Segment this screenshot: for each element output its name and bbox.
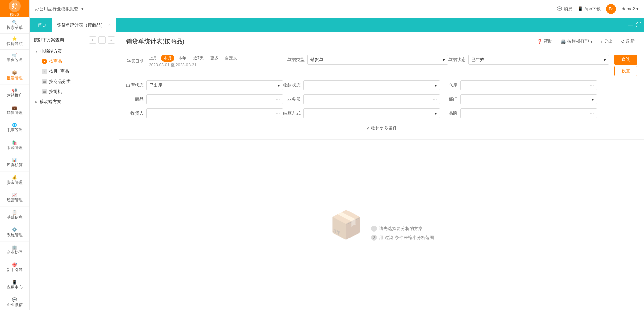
empty-hint-item-2: 2 用[过滤]条件来缩小分析范围 <box>371 235 434 241</box>
sidebar-item-basic[interactable]: 📋 基础信息 <box>0 207 29 224</box>
inventory-icon: 📊 <box>2 158 27 162</box>
right-panel: 销货单统计表(按商品) ❓ 帮助 🖨️ 按模板打印 ▾ ↑ 导出 <box>119 32 644 310</box>
quick-nav-icon: ⭐ <box>2 36 27 41</box>
out-status-select[interactable]: 已出库 ▾ <box>146 80 283 90</box>
user-avatar[interactable]: Ea <box>606 4 616 14</box>
scheme-pc-tree[interactable]: ▼ 电脑端方案 <box>30 46 119 56</box>
date-label: 单据日期 <box>126 58 146 64</box>
scheme-goods-label: 按商品 <box>49 58 62 64</box>
doc-status-value: 已生效 <box>471 57 484 63</box>
salesperson-input[interactable]: ··· <box>303 94 440 104</box>
scheme-item-by-driver[interactable]: ▦ 按司机 <box>39 87 119 97</box>
sidebar-item-enterprise[interactable]: 🏢 企业协同 <box>0 242 29 259</box>
doc-status-select[interactable]: 已生效 ▾ <box>468 55 609 65</box>
collect-status-select[interactable]: ▾ <box>303 80 440 90</box>
scheme-mobile-tree[interactable]: ▶ 移动端方案 <box>30 97 119 107</box>
header-industry[interactable]: 办公用品行业模拟账套 ▾ <box>35 6 84 12</box>
main-area: 办公用品行业模拟账套 ▾ 💬 消息 📱 App下载 Ea demo2 ▾ 首页 … <box>30 0 644 310</box>
warehouse-label: 仓库 <box>440 82 460 88</box>
sidebar-item-sales[interactable]: 💼 销售管理 <box>0 102 29 119</box>
scheme-item-month-goods[interactable]: ↕ 按月+商品 <box>39 66 119 76</box>
warehouse-dots: ··· <box>590 82 594 88</box>
tree-mobile-arrow: ▶ <box>35 100 38 104</box>
sidebar-search[interactable]: 🔍 搜索菜单 <box>0 17 29 34</box>
sidebar-item-apps[interactable]: 📱 应用中心 <box>0 276 29 294</box>
user-dropdown-icon: ▾ <box>636 6 639 11</box>
date-tab-7days[interactable]: 近7天 <box>191 55 206 62</box>
logo-icon: 好 <box>9 0 21 12</box>
app-download-button[interactable]: 📱 App下载 <box>578 6 601 12</box>
goods-input[interactable]: ··· <box>146 94 283 104</box>
message-icon: 💬 <box>557 6 562 11</box>
sidebar-item-retail[interactable]: 🛒 零售管理 <box>0 50 29 67</box>
out-status-arrow: ▾ <box>278 83 280 88</box>
export-button[interactable]: ↑ 导出 <box>598 37 616 46</box>
marketing-icon: 📢 <box>2 88 27 93</box>
goods-field: 商品 ··· <box>126 94 283 104</box>
scheme-category-label: 按商品分类 <box>49 79 71 85</box>
dept-select[interactable]: ▾ <box>460 94 597 104</box>
query-button[interactable]: 查询 <box>614 55 637 65</box>
tab-maximize-icon[interactable]: ⛶ <box>636 22 641 28</box>
tab-minimize-icon[interactable]: — <box>628 22 633 28</box>
doc-type-select[interactable]: 销货单 ▾ <box>307 55 448 65</box>
sidebar-item-purchase[interactable]: 🛍️ 采购管理 <box>0 137 29 154</box>
hint-num-1: 1 <box>371 226 377 232</box>
message-button[interactable]: 💬 消息 <box>557 6 572 12</box>
tab-home[interactable]: 首页 <box>32 18 52 32</box>
collapse-more-button[interactable]: ∧ 收起更多条件 <box>126 122 637 134</box>
goods-label: 商品 <box>126 96 146 102</box>
date-tab-current-year[interactable]: 本年 <box>176 55 189 62</box>
wholesale-icon: 📦 <box>2 70 27 75</box>
settings-button[interactable]: 设置 <box>614 66 637 76</box>
date-tab-current-month[interactable]: 本月 <box>161 55 174 62</box>
help-button[interactable]: ❓ 帮助 <box>534 37 555 46</box>
dept-arrow: ▾ <box>592 97 594 102</box>
sidebar-quick-nav[interactable]: ⭐ 快捷导航 <box>0 34 29 50</box>
out-status-label: 出库状态 <box>126 82 146 88</box>
purchase-icon: 🛍️ <box>2 140 27 145</box>
sidebar: 好 标账版 🔍 搜索菜单 ⭐ 快捷导航 🛒 零售管理 📦 批发管理 📢 营销推广… <box>0 0 30 310</box>
brand-input[interactable]: ··· <box>460 108 597 118</box>
sidebar-item-operations[interactable]: 📈 经营管理 <box>0 189 29 207</box>
date-tab-more[interactable]: 更多 <box>208 55 221 62</box>
user-name[interactable]: demo2 ▾ <box>622 6 639 11</box>
inventory-label: 库存核算 <box>2 162 27 168</box>
copy-scheme-button[interactable]: ⊙ <box>98 36 106 44</box>
sales-label: 销售管理 <box>2 110 27 116</box>
date-tab-prev-month[interactable]: 上月 <box>146 55 160 62</box>
app-download-label: App下载 <box>584 6 601 12</box>
receiver-label: 收货人 <box>126 110 146 116</box>
header-right: 💬 消息 📱 App下载 Ea demo2 ▾ <box>557 4 639 14</box>
receiver-input[interactable]: ··· <box>146 108 283 118</box>
retail-label: 零售管理 <box>2 58 27 63</box>
tab-active[interactable]: 销货单统计表（按商品） × <box>52 18 116 32</box>
download-icon: 📱 <box>578 6 583 11</box>
warehouse-input[interactable]: ··· <box>460 80 597 90</box>
user-name-text: demo2 <box>622 6 635 11</box>
sidebar-item-inventory[interactable]: 📊 库存核算 <box>0 154 29 172</box>
sidebar-item-newbie[interactable]: 🎯 新手引导 <box>0 259 29 276</box>
page-actions: ❓ 帮助 🖨️ 按模板打印 ▾ ↑ 导出 ↺ 刷新 <box>534 37 638 46</box>
doc-status-label: 单据状态 <box>448 57 468 63</box>
tab-close-icon[interactable]: × <box>108 23 111 28</box>
sidebar-logo[interactable]: 好 标账版 <box>0 0 29 17</box>
print-button[interactable]: 🖨️ 按模板打印 ▾ <box>558 37 595 46</box>
add-scheme-button[interactable]: + <box>89 36 96 44</box>
brand-label: 品牌 <box>440 110 460 116</box>
active-tab-label: 销货单统计表（按商品） <box>57 22 105 28</box>
industry-label: 办公用品行业模拟账套 <box>35 6 78 12</box>
sidebar-item-system[interactable]: ⚙️ 系统管理 <box>0 224 29 242</box>
collapse-panel-button[interactable]: « <box>108 36 115 44</box>
scheme-item-by-goods[interactable]: ● 按商品 <box>39 56 119 66</box>
sidebar-item-finance[interactable]: 💰 资金管理 <box>0 172 29 189</box>
payment-select[interactable]: ▾ <box>303 108 440 118</box>
sidebar-item-marketing[interactable]: 📢 营销推广 <box>0 85 29 102</box>
sidebar-item-wechat[interactable]: 💬 企业微信 <box>0 294 29 310</box>
filter-row-4: 收货人 ··· 结算方式 ▾ 品牌 <box>126 108 637 118</box>
sidebar-item-ecommerce[interactable]: 🌐 电商管理 <box>0 119 29 137</box>
date-tab-custom[interactable]: 自定义 <box>222 55 240 62</box>
scheme-item-by-category[interactable]: ▦ 按商品分类 <box>39 76 119 87</box>
sidebar-item-wholesale[interactable]: 📦 批发管理 <box>0 67 29 85</box>
refresh-button[interactable]: ↺ 刷新 <box>618 37 637 46</box>
